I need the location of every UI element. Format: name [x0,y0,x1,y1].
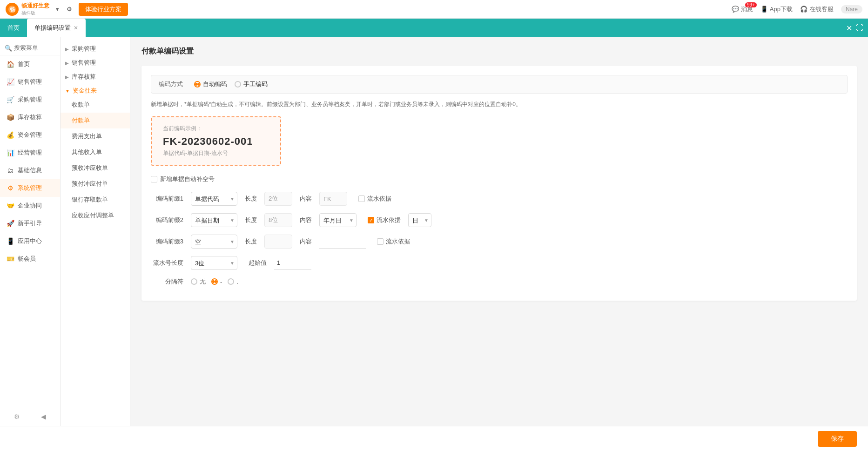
nav-group-inventory[interactable]: ▶ 库存核算 [61,69,130,83]
form-row-serial: 流水号长度 3位 4位 5位 6位 ▼ 起始值 [151,256,848,270]
separator-row: 分隔符 无 - . [151,277,848,286]
sidebar-item-inventory[interactable]: 📦 库存核算 [0,108,60,126]
length3-input[interactable] [264,235,292,249]
sep-none-radio[interactable]: 无 [191,277,206,286]
waterfall3-checkbox[interactable]: 流水依据 [377,237,410,246]
content2-select[interactable]: 年月日 年月 年 [319,213,357,227]
length1-input[interactable] [264,192,292,206]
waterfall2-period-select[interactable]: 日 月 年 [408,213,431,227]
serial-len-select[interactable]: 3位 4位 5位 6位 [191,256,237,270]
serial-len-select-wrapper: 3位 4位 5位 6位 ▼ [191,256,237,270]
nav-item-payment[interactable]: 付款单 [61,113,130,128]
sidebar-sales-label: 销售管理 [18,78,42,86]
sidebar-apps-label: 应用中心 [18,237,42,245]
content3-input[interactable] [319,235,366,249]
tab-close-all-button[interactable]: ✕ [846,24,852,33]
start-val-label: 起始值 [249,259,267,267]
length2-input[interactable] [264,213,292,227]
page-title: 付款单编码设置 [141,47,857,56]
nav-group-capital[interactable]: ▼ 资金往来 [61,83,130,97]
apps-icon: 📱 [7,237,14,245]
tab-close-icon[interactable]: ✕ [74,25,78,31]
sidebar-item-sales[interactable]: 📈 销售管理 [0,73,60,91]
nav-arrow-inventory: ▶ [65,74,69,80]
sidebar-item-enterprise[interactable]: 🤝 企业协同 [0,197,60,215]
sidebar-system-label: 系统管理 [18,184,42,192]
sidebar-item-base[interactable]: 🗂 基础信息 [0,162,60,179]
settings-button[interactable]: ⚙ [64,4,75,14]
download-button[interactable]: 📱 App下载 [760,5,793,13]
service-label: 在线客服 [809,5,834,13]
sidebar-settings-button[interactable]: ⚙ [12,411,22,422]
save-button[interactable]: 保存 [818,431,857,447]
auto-fill-checkbox-row[interactable]: 新增单据自动补空号 [151,175,848,183]
tab-expand-button[interactable]: ⛶ [856,24,863,33]
prefix1-select[interactable]: 单据代码 单据日期 空 [191,192,237,206]
auto-code-radio[interactable]: 自动编码 [194,80,227,88]
prefix1-select-wrapper: 单据代码 单据日期 空 ▼ [191,192,237,206]
nav-item-prepay-receivable[interactable]: 预收冲应收单 [61,160,130,176]
nav-prepay-payable-label: 预付冲应付单 [72,180,108,188]
auto-code-radio-circle [194,81,201,88]
waterfall1-checkbox[interactable]: 流水依据 [358,195,391,203]
auto-fill-checkbox[interactable] [151,176,157,182]
length2-label: 长度 [245,216,257,224]
nav-item-bank-deposit[interactable]: 银行存取款单 [61,192,130,208]
nav-item-receipt[interactable]: 收款单 [61,97,130,113]
nav-arrow-purchase: ▶ [65,47,69,52]
search-icon: 🔍 [5,45,12,52]
prefix3-select-wrapper: 空 单据代码 单据日期 ▼ [191,235,237,249]
sidebar-item-purchase[interactable]: 🛒 采购管理 [0,91,60,108]
sep-dash-radio[interactable]: - [211,278,222,285]
svg-text:畅: 畅 [10,7,15,12]
prefix2-select-wrapper: 单据日期 单据代码 空 ▼ [191,213,237,227]
nav-group-purchase[interactable]: ▶ 采购管理 [61,41,130,55]
auto-code-label: 自动编码 [203,80,227,88]
nav-item-other-income[interactable]: 其他收入单 [61,144,130,160]
manual-code-label: 手工编码 [243,80,268,88]
start-val-input[interactable] [274,256,311,270]
sidebar-item-member[interactable]: 🎫 畅会员 [0,250,60,268]
waterfall2-checkbox-box: ✓ [368,217,374,223]
app-logo: 畅 畅通好生意 插件版 [6,2,49,16]
sidebar-search[interactable]: 🔍 搜索菜单 [0,41,60,55]
system-icon: ⚙ [7,184,14,192]
sidebar-item-operations[interactable]: 📊 经营管理 [0,144,60,162]
form-row-prefix2: 编码前缀2 单据日期 单据代码 空 ▼ 长度 内容 年月日 年月 [151,213,848,227]
nav-item-ar-ap-adjust[interactable]: 应收应付调整单 [61,208,130,223]
tab-home[interactable]: 首页 [0,19,27,37]
member-icon: 🎫 [7,255,14,263]
inventory-icon: 📦 [7,114,14,121]
topbar-right: 💬 消息 99+ 📱 App下载 🎧 在线客服 Nare [732,5,862,13]
waterfall2-checkbox[interactable]: ✓ 流水依据 [368,216,401,224]
user-info[interactable]: Nare [841,5,862,13]
nav-arrow-button[interactable]: ▾ [53,4,62,14]
topbar: 畅 畅通好生意 插件版 ▾ ⚙ 体验行业方案 💬 消息 99+ 📱 App下载 … [0,0,868,19]
sep-dot-radio[interactable]: . [228,278,238,285]
form-row-prefix1: 编码前缀1 单据代码 单据日期 空 ▼ 长度 内容 流水依据 [151,192,848,206]
nav-bank-deposit-label: 银行存取款单 [72,195,108,204]
manual-code-radio[interactable]: 手工编码 [235,80,268,88]
sidebar-item-home[interactable]: 🏠 首页 [0,55,60,73]
sidebar-collapse-button[interactable]: ◀ [39,411,48,422]
sidebar-item-guide[interactable]: 🚀 新手引导 [0,215,60,232]
nav-item-expense[interactable]: 费用支出单 [61,128,130,144]
tab-encode-settings[interactable]: 单据编码设置 ✕ [27,19,86,37]
content1-input[interactable] [319,192,347,206]
sep-dot-circle [228,278,234,285]
sidebar-inventory-label: 库存核算 [18,113,42,121]
nav-item-prepay-payable[interactable]: 预付冲应付单 [61,176,130,192]
message-button[interactable]: 💬 消息 99+ [732,5,753,13]
sidebar-guide-label: 新手引导 [18,219,42,228]
sales-icon: 📈 [7,78,14,86]
sidebar-item-system[interactable]: ⚙ 系统管理 [0,179,60,197]
nav-group-sales[interactable]: ▶ 销售管理 [61,55,130,69]
service-button[interactable]: 🎧 在线客服 [800,5,834,13]
sidebar-item-apps[interactable]: 📱 应用中心 [0,232,60,250]
left-sidebar: 🔍 搜索菜单 🏠 首页 📈 销售管理 🛒 采购管理 📦 库存核算 💰 资金管理 … [0,37,61,426]
cta-button[interactable]: 体验行业方案 [79,3,128,16]
sidebar-item-finance[interactable]: 💰 资金管理 [0,126,60,144]
preview-code: FK-20230602-001 [163,135,269,148]
prefix3-select[interactable]: 空 单据代码 单据日期 [191,235,237,249]
prefix2-select[interactable]: 单据日期 单据代码 空 [191,213,237,227]
